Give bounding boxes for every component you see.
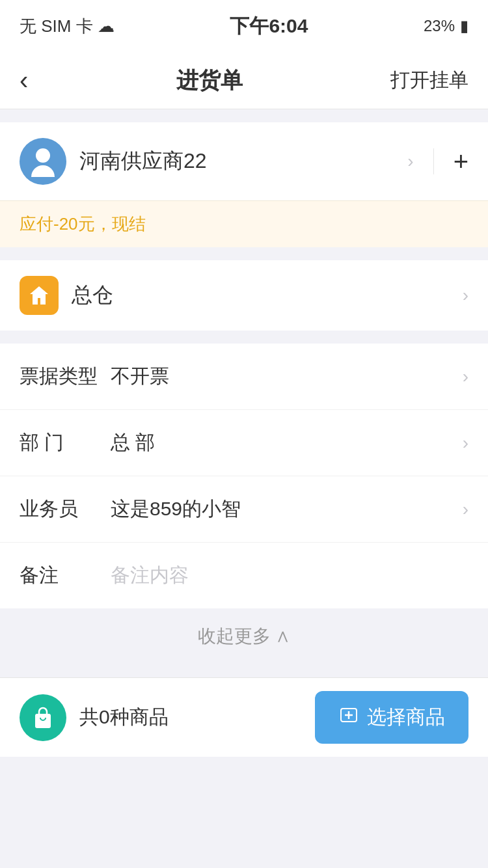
notice-banner: 应付-20元，现结 (0, 200, 488, 247)
collapse-label: 收起更多 ∧ (198, 624, 291, 649)
house-svg (27, 284, 51, 307)
department-row[interactable]: 部 门 总 部 › (0, 410, 488, 476)
supplier-actions: › + (407, 147, 468, 176)
salesperson-value: 这是859的小智 (111, 496, 463, 522)
collapse-row[interactable]: 收起更多 ∧ (0, 608, 488, 664)
supplier-row[interactable]: 河南供应商22 › + (0, 122, 488, 200)
product-bag-icon (30, 705, 56, 731)
avatar-person-icon (30, 148, 56, 174)
supplier-avatar (20, 138, 66, 185)
remark-row[interactable]: 备注 备注内容 (0, 543, 488, 608)
product-icon-wrap (20, 694, 66, 741)
select-btn-label: 选择商品 (367, 704, 445, 731)
salesperson-row[interactable]: 业务员 这是859的小智 › (0, 476, 488, 543)
open-pending-button[interactable]: 打开挂单 (390, 67, 468, 94)
supplier-chevron-icon[interactable]: › (407, 151, 413, 172)
signal-text: 无 SIM 卡 ☁ (20, 15, 115, 38)
department-chevron: › (463, 433, 468, 454)
status-time: 下午6:04 (230, 13, 308, 40)
page-title: 进货单 (176, 66, 243, 96)
warehouse-name: 总仓 (72, 281, 463, 310)
warehouse-icon (20, 276, 59, 315)
status-bar: 无 SIM 卡 ☁ 下午6:04 23% ▮ (0, 0, 488, 52)
remark-value[interactable]: 备注内容 (111, 562, 468, 589)
remark-label: 备注 (20, 562, 98, 589)
invoice-type-value: 不开票 (111, 363, 463, 390)
invoice-type-label: 票据类型 (20, 363, 98, 390)
product-count-label: 共0种商品 (79, 704, 315, 731)
bottom-bar: 共0种商品 选择商品 (0, 677, 488, 757)
supplier-name: 河南供应商22 (79, 147, 407, 176)
department-label: 部 门 (20, 429, 98, 456)
warehouse-row[interactable]: 总仓 › (0, 260, 488, 331)
invoice-type-row[interactable]: 票据类型 不开票 › (0, 344, 488, 410)
department-value: 总 部 (111, 429, 463, 456)
select-btn-icon (338, 705, 359, 730)
status-left: 无 SIM 卡 ☁ (20, 15, 115, 38)
section-gap-1 (0, 109, 488, 122)
salesperson-chevron: › (463, 499, 468, 520)
status-right: 23% ▮ (424, 17, 468, 35)
back-button[interactable]: ‹ (20, 66, 28, 95)
battery-text: 23% (424, 17, 455, 35)
nav-bar: ‹ 进货单 打开挂单 (0, 52, 488, 109)
warehouse-chevron-icon: › (463, 285, 468, 306)
invoice-type-chevron: › (463, 366, 468, 387)
warehouse-section: 总仓 › (0, 260, 488, 331)
form-section: 票据类型 不开票 › 部 门 总 部 › 业务员 这是859的小智 › 备注 备… (0, 344, 488, 608)
section-gap-4 (0, 664, 488, 677)
section-gap-2 (0, 247, 488, 260)
gray-fill (0, 757, 488, 868)
salesperson-label: 业务员 (20, 496, 98, 522)
battery-icon: ▮ (460, 17, 468, 35)
select-product-button[interactable]: 选择商品 (315, 691, 468, 744)
section-gap-3 (0, 331, 488, 344)
supplier-section: 河南供应商22 › + 应付-20元，现结 (0, 122, 488, 247)
supplier-divider (433, 148, 434, 174)
supplier-add-icon[interactable]: + (454, 147, 468, 176)
